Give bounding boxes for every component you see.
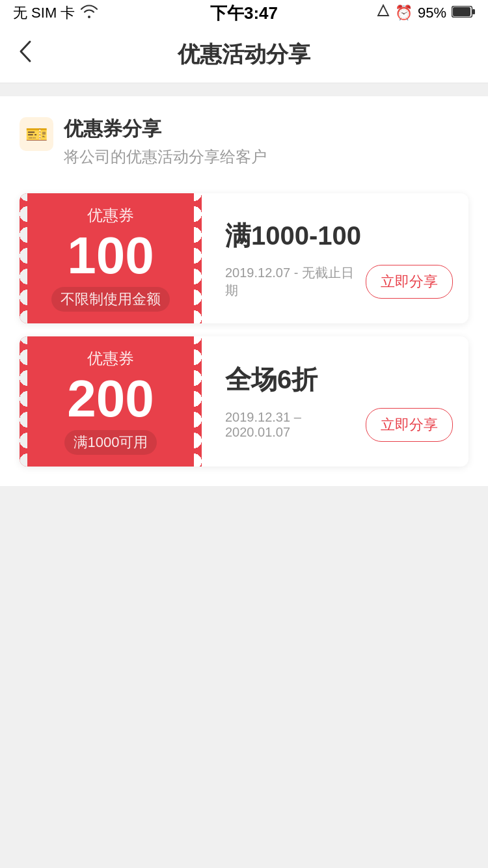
nav-bar: 优惠活动分享 bbox=[0, 26, 488, 83]
coupon-amount: 200 bbox=[67, 373, 154, 425]
coupon-card: 优惠券 200 满1000可用 全场6折 2019.12.31 – 2020.0… bbox=[20, 336, 468, 467]
section-header: 🎫 优惠券分享 将公司的优惠活动分享给客户 bbox=[0, 96, 488, 180]
status-bar: 无 SIM 卡 下午3:47 ⏰ 95% bbox=[0, 0, 488, 26]
coupon-left-panel: 优惠券 200 满1000可用 bbox=[20, 336, 202, 467]
location-icon bbox=[377, 4, 390, 22]
section-title: 优惠券分享 bbox=[64, 116, 267, 142]
bottom-area bbox=[0, 486, 488, 811]
coupon-meta: 2019.12.07 - 无截止日期 立即分享 bbox=[225, 264, 453, 299]
share-button-2[interactable]: 立即分享 bbox=[366, 408, 453, 442]
coupon-icon: 🎫 bbox=[25, 124, 48, 145]
battery-percent: 95% bbox=[418, 5, 446, 21]
status-left: 无 SIM 卡 bbox=[13, 3, 98, 23]
sim-label: 无 SIM 卡 bbox=[13, 3, 75, 23]
status-right: ⏰ 95% bbox=[377, 4, 475, 22]
back-button[interactable] bbox=[18, 39, 33, 70]
coupon-name: 满1000-100 bbox=[225, 218, 453, 254]
wifi-icon bbox=[80, 4, 98, 22]
section-icon: 🎫 bbox=[20, 117, 53, 151]
status-time: 下午3:47 bbox=[210, 2, 278, 25]
coupon-name: 全场6折 bbox=[225, 362, 453, 398]
coupon-date: 2019.12.31 – 2020.01.07 bbox=[225, 410, 366, 440]
coupon-condition: 不限制使用金额 bbox=[51, 287, 170, 312]
page-title: 优惠活动分享 bbox=[178, 40, 310, 70]
share-button-1[interactable]: 立即分享 bbox=[366, 265, 453, 299]
coupon-condition: 满1000可用 bbox=[64, 430, 157, 455]
svg-rect-1 bbox=[472, 9, 475, 14]
coupon-amount: 100 bbox=[67, 230, 154, 282]
coupon-left-panel: 优惠券 100 不限制使用金额 bbox=[20, 193, 202, 323]
battery-icon bbox=[452, 5, 475, 21]
coupon-right-panel: 全场6折 2019.12.31 – 2020.01.07 立即分享 bbox=[202, 336, 468, 467]
coupon-card: 优惠券 100 不限制使用金额 满1000-100 2019.12.07 - 无… bbox=[20, 193, 468, 323]
alarm-icon: ⏰ bbox=[395, 5, 413, 21]
coupon-right-panel: 满1000-100 2019.12.07 - 无截止日期 立即分享 bbox=[202, 193, 468, 323]
coupon-date: 2019.12.07 - 无截止日期 bbox=[225, 264, 366, 299]
coupon-meta: 2019.12.31 – 2020.01.07 立即分享 bbox=[225, 408, 453, 442]
section-subtitle: 将公司的优惠活动分享给客户 bbox=[64, 146, 267, 167]
coupon-label: 优惠券 bbox=[87, 348, 134, 369]
section-text: 优惠券分享 将公司的优惠活动分享给客户 bbox=[64, 116, 267, 167]
coupon-label: 优惠券 bbox=[87, 205, 134, 226]
svg-rect-2 bbox=[453, 7, 470, 16]
coupon-list: 优惠券 100 不限制使用金额 满1000-100 2019.12.07 - 无… bbox=[0, 180, 488, 486]
